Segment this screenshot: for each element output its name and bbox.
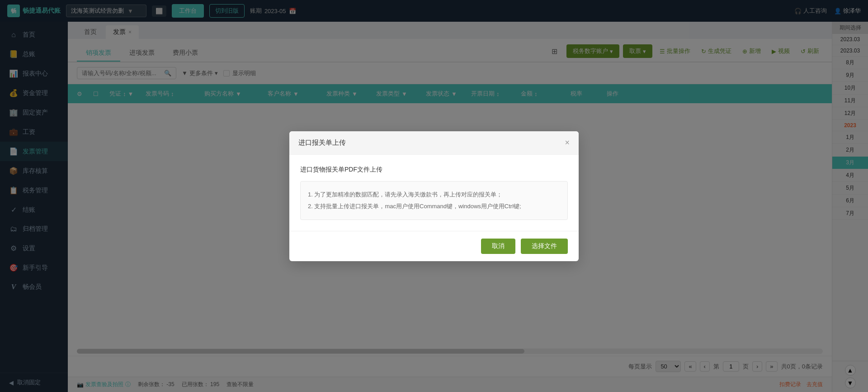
upload-instruction-1: 1. 为了更加精准的数据匹配，请先录入海关缴款书，再上传对应的报关单； (308, 189, 560, 201)
upload-info-box: 1. 为了更加精准的数据匹配，请先录入海关缴款书，再上传对应的报关单； 2. 支… (300, 181, 568, 220)
modal-cancel-btn[interactable]: 取消 (481, 239, 515, 254)
modal-select-file-btn[interactable]: 选择文件 (521, 239, 568, 254)
modal-footer: 取消 选择文件 (289, 231, 579, 261)
modal-header: 进口报关单上传 × (289, 131, 579, 155)
modal-title: 进口报关单上传 (298, 139, 346, 147)
modal-body: 进口货物报关单PDF文件上传 1. 为了更加精准的数据匹配，请先录入海关缴款书，… (289, 155, 579, 231)
modal-close-btn[interactable]: × (565, 139, 570, 147)
modal-overlay[interactable]: 进口报关单上传 × 进口货物报关单PDF文件上传 1. 为了更加精准的数据匹配，… (0, 0, 868, 392)
import-customs-modal: 进口报关单上传 × 进口货物报关单PDF文件上传 1. 为了更加精准的数据匹配，… (289, 131, 579, 261)
upload-instruction-2: 2. 支持批量上传进口报关单，mac用户使用Command键，windows用户… (308, 201, 560, 212)
upload-title: 进口货物报关单PDF文件上传 (300, 166, 568, 174)
